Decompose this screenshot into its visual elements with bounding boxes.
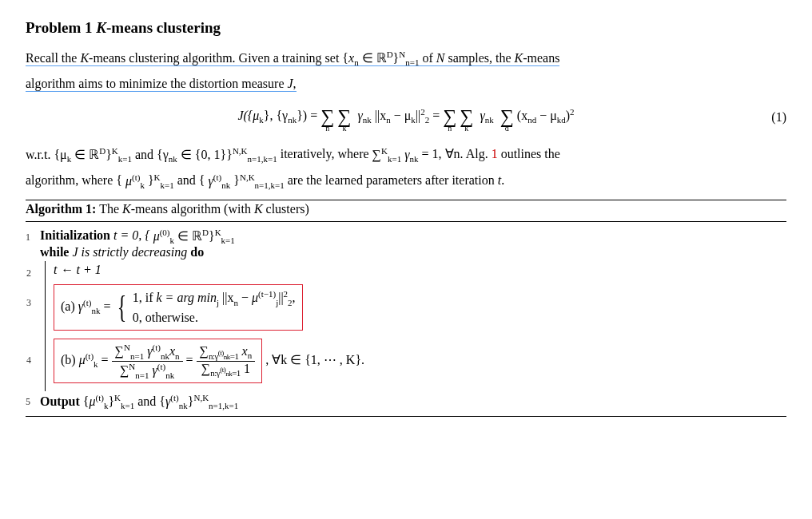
alg-line-2: 2 t ← t + 1 xyxy=(26,263,364,279)
alg-line-5: 5 Output {μ(t)k}Kk=1 and {γ(t)nk}N,Kn=1,… xyxy=(26,393,786,411)
step-a-box: (a) γ(t)nk = { 1, if k = arg minj ||xn −… xyxy=(54,284,303,331)
alg-line-3: 3 (a) γ(t)nk = { 1, if k = arg minj ||xn… xyxy=(26,281,364,334)
alg-desc-line: algorithm, where { μ(t)k }Kk=1 and { γ(t… xyxy=(26,170,786,192)
alg-title: Algorithm 1: The K-means algorithm (with… xyxy=(26,202,786,216)
alg-top-rule xyxy=(26,200,786,200)
problem-title: Problem 1 K-means clustering xyxy=(26,19,786,37)
alg-line-4: 4 (b) μ(t)k = ∑Nn=1 γ(t)nkxn ∑Nn=1 γ(t)n… xyxy=(26,335,364,386)
step-b-box: (b) μ(t)k = ∑Nn=1 γ(t)nkxn ∑Nn=1 γ(t)nk … xyxy=(54,339,262,383)
wrt-line: w.r.t. {μk ∈ ℝD}Kk=1 and {γnk ∈ {0, 1}}N… xyxy=(26,144,786,165)
alg-mid-rule xyxy=(26,221,786,222)
alg-line-1: 1 Initialization t = 0, { μ(0)k ∈ ℝD}Kk=… xyxy=(26,227,786,260)
paragraph-1: Recall the K-means clustering algorithm.… xyxy=(26,48,786,69)
paragraph-2: algorithm aims to minimize the distortio… xyxy=(26,74,786,93)
alg-bottom-rule xyxy=(26,416,786,417)
equation-number: (1) xyxy=(771,110,786,125)
equation-1: J({μk}, {γnk}) = ∑n ∑k γnk ||xn − μk||22… xyxy=(26,101,786,133)
